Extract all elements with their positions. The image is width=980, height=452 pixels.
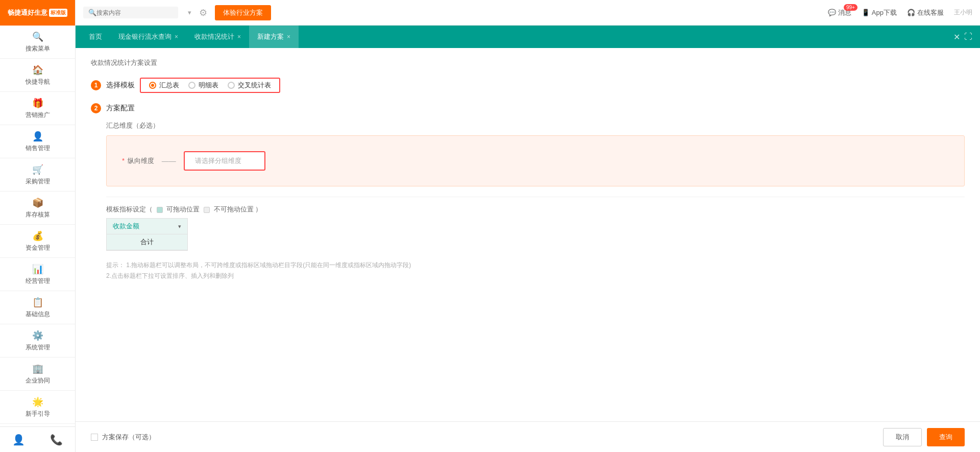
service-label: 在线客服 xyxy=(917,8,944,17)
topbar-search-box[interactable]: 🔍 xyxy=(83,7,178,18)
sidebar-item-fund-mgmt[interactable]: 💰资金管理 xyxy=(0,225,75,258)
tab-home[interactable]: 首页 xyxy=(81,26,110,48)
search-icon: 🔍 xyxy=(88,9,96,16)
trial-button[interactable]: 体验行业方案 xyxy=(215,5,271,20)
legend-draggable-dot xyxy=(157,207,163,213)
hint-2: 2.点击标题栏下拉可设置排序、插入列和删除列 xyxy=(106,272,965,280)
tab-collection-stats-close[interactable]: × xyxy=(237,33,241,40)
download-label: App下载 xyxy=(872,8,897,17)
tab-new-plan-close[interactable]: × xyxy=(287,33,290,40)
step1-header: 1 选择模板 汇总表 明细表 xyxy=(91,78,965,93)
sidebar-item-sys-mgmt[interactable]: ⚙️系统管理 xyxy=(0,324,75,358)
sidebar-icon-basic-info: 📋 xyxy=(32,297,43,308)
sidebar-icon-marketing: 🎁 xyxy=(32,98,43,109)
main-wrapper: 🔍 ▾ ⚙ 体验行业方案 💬 消息 99+ 📱 App下载 🎧 在线客服 王小明 xyxy=(76,0,980,452)
sidebar-icon-sys-mgmt: ⚙️ xyxy=(32,330,43,341)
tabs-expand-icon[interactable]: ⛶ xyxy=(964,32,972,41)
tab-bank-flow-close[interactable]: × xyxy=(175,33,178,40)
breadcrumb: 收款情况统计方案设置 xyxy=(91,58,965,67)
template-options-box: 汇总表 明细表 交叉统计表 xyxy=(140,78,280,93)
sidebar-item-search-menu[interactable]: 🔍搜索菜单 xyxy=(0,26,75,59)
sidebar-item-newbie[interactable]: 🌟新手引导 xyxy=(0,391,75,424)
save-plan-label: 方案保存（可选） xyxy=(102,433,155,442)
metrics-dropdown-icon[interactable]: ▾ xyxy=(178,223,181,230)
message-button[interactable]: 💬 消息 99+ xyxy=(828,8,851,17)
sidebar-logo: 畅捷通好生意 标准版 xyxy=(0,0,75,26)
dimension-row-label: * 纵向维度 xyxy=(122,156,154,165)
hint-1: 提示： 1.拖动标题栏可以调整布局，不可跨维度或指标区域拖动栏目字段(只能在同一… xyxy=(106,261,965,270)
sidebar-label-quick-nav: 快捷导航 xyxy=(26,78,50,86)
sidebar-label-inventory: 库存核算 xyxy=(26,210,50,219)
radio-detail[interactable]: 明细表 xyxy=(188,81,218,90)
step1-badge: 1 xyxy=(91,80,101,90)
sidebar-label-marketing: 营销推广 xyxy=(26,111,50,120)
topbar: 🔍 ▾ ⚙ 体验行业方案 💬 消息 99+ 📱 App下载 🎧 在线客服 王小明 xyxy=(76,0,980,26)
dimension-vertical-label: 纵向维度 xyxy=(128,157,154,164)
tabs-bar: 首页 现金银行流水查询 × 收款情况统计 × 新建方案 × ✕ ⛶ xyxy=(76,26,980,48)
tab-home-label: 首页 xyxy=(89,32,102,41)
sidebar-icon-enterprise: 🏢 xyxy=(32,363,43,374)
topbar-gear-icon[interactable]: ⚙ xyxy=(199,7,207,18)
sidebar-footer-icon-right[interactable]: 📞 xyxy=(50,434,63,446)
sidebar-version-badge: 标准版 xyxy=(49,9,67,17)
dimension-section-title: 汇总维度（必选） xyxy=(106,121,965,130)
sidebar-label-newbie: 新手引导 xyxy=(26,410,50,418)
sidebar-icon-sales-mgmt: 👤 xyxy=(32,131,43,142)
sidebar-item-marketing[interactable]: 🎁营销推广 xyxy=(0,92,75,125)
step1-section: 1 选择模板 汇总表 明细表 xyxy=(91,78,965,93)
cancel-button[interactable]: 取消 xyxy=(883,428,922,446)
tabs-close-all-icon[interactable]: ✕ xyxy=(953,32,960,42)
metrics-section: 模板指标设定（ 可拖动位置 不可拖动位置 ） 收款金额 ▾ xyxy=(106,205,965,251)
topbar-right: 💬 消息 99+ 📱 App下载 🎧 在线客服 王小明 xyxy=(828,8,972,17)
tabs-right-actions: ✕ ⛶ xyxy=(953,26,975,48)
radio-summary[interactable]: 汇总表 xyxy=(149,81,179,90)
tab-new-plan[interactable]: 新建方案 × xyxy=(249,26,299,48)
sidebar-item-sales-mgmt[interactable]: 👤销售管理 xyxy=(0,125,75,158)
user-name: 王小明 xyxy=(954,8,972,17)
dimension-section: 汇总维度（必选） * 纵向维度 —— 请选择分组维度 xyxy=(106,121,965,280)
radio-detail-label: 明细表 xyxy=(199,81,218,90)
metrics-grid-cell: 合计 xyxy=(107,234,187,250)
sidebar-item-biz-mgmt[interactable]: 📊经营管理 xyxy=(0,258,75,291)
radio-cross[interactable]: 交叉统计表 xyxy=(228,81,271,90)
sidebar-label-fund-mgmt: 资金管理 xyxy=(26,244,50,252)
sidebar-item-quick-nav[interactable]: 🏠快捷导航 xyxy=(0,59,75,92)
sidebar-label-basic-info: 基础信息 xyxy=(26,310,50,319)
search-input[interactable] xyxy=(96,9,173,16)
metrics-header-label: 收款金额 xyxy=(113,222,139,231)
sidebar-items: 🔍搜索菜单🏠快捷导航🎁营销推广👤销售管理🛒采购管理📦库存核算💰资金管理📊经营管理… xyxy=(0,26,75,426)
query-button[interactable]: 查询 xyxy=(927,428,965,446)
radio-cross-label: 交叉统计表 xyxy=(238,81,271,90)
step2-header: 2 方案配置 xyxy=(91,103,965,113)
save-plan-checkbox[interactable] xyxy=(91,434,98,441)
dimension-row: * 纵向维度 —— 请选择分组维度 xyxy=(122,151,265,171)
topbar-chevron-icon[interactable]: ▾ xyxy=(188,9,191,16)
app-download-button[interactable]: 📱 App下载 xyxy=(862,8,897,17)
metrics-grid-header[interactable]: 收款金额 ▾ xyxy=(107,219,187,234)
sidebar-footer-icon-left[interactable]: 👤 xyxy=(12,434,25,446)
sidebar-icon-fund-mgmt: 💰 xyxy=(32,230,43,242)
dimension-arrow: —— xyxy=(162,157,176,165)
sidebar-item-basic-info[interactable]: 📋基础信息 xyxy=(0,291,75,324)
dimension-select[interactable]: 请选择分组维度 xyxy=(184,151,265,171)
service-icon: 🎧 xyxy=(907,9,915,16)
bottom-actions: 取消 查询 xyxy=(883,428,965,446)
sidebar-icon-purchase-mgmt: 🛒 xyxy=(32,164,43,175)
tab-collection-stats[interactable]: 收款情况统计 × xyxy=(186,26,249,48)
radio-summary-label: 汇总表 xyxy=(159,81,179,90)
divider xyxy=(106,197,965,197)
tab-bank-flow-label: 现金银行流水查询 xyxy=(118,32,172,41)
radio-cross-circle xyxy=(228,82,235,89)
dimension-required-mark: * xyxy=(122,157,125,164)
hints: 提示： 1.拖动标题栏可以调整布局，不可跨维度或指标区域拖动栏目字段(只能在同一… xyxy=(106,261,965,280)
sidebar-item-enterprise[interactable]: 🏢企业协同 xyxy=(0,358,75,391)
online-service-button[interactable]: 🎧 在线客服 xyxy=(907,8,944,17)
sidebar-item-purchase-mgmt[interactable]: 🛒采购管理 xyxy=(0,158,75,192)
radio-detail-circle xyxy=(188,82,195,89)
step2-section: 2 方案配置 汇总维度（必选） * 纵向维度 —— 请选择分组维度 xyxy=(91,103,965,280)
save-plan-option: 方案保存（可选） xyxy=(91,433,155,442)
tab-new-plan-label: 新建方案 xyxy=(257,32,284,41)
sidebar-item-inventory[interactable]: 📦库存核算 xyxy=(0,192,75,225)
dimension-area: * 纵向维度 —— 请选择分组维度 xyxy=(106,135,965,186)
tab-bank-flow[interactable]: 现金银行流水查询 × xyxy=(110,26,186,48)
